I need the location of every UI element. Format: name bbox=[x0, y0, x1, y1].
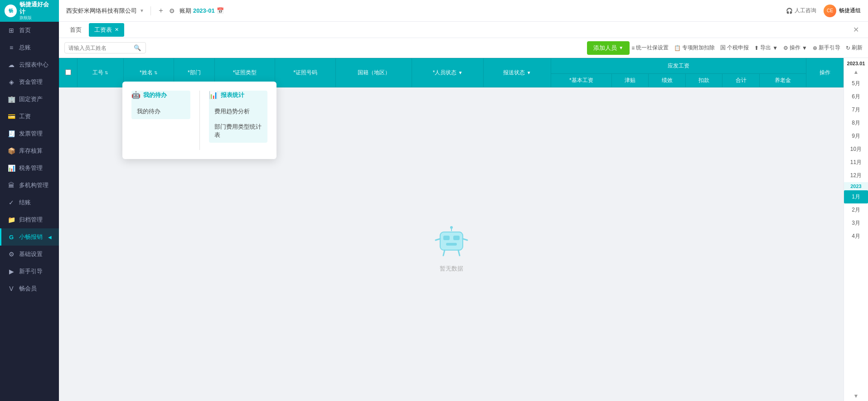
date-item-6[interactable]: 6月 bbox=[844, 90, 868, 103]
sidebar-item-guide[interactable]: ▶ 新手引导 bbox=[0, 263, 59, 280]
fund-icon: ◈ bbox=[7, 78, 15, 86]
tab-bar: 首页 工资表 ✕ ✕ bbox=[59, 22, 868, 38]
date-item-1-active[interactable]: 1月 bbox=[844, 190, 868, 203]
sidebar-item-invoice[interactable]: 🧾 发票管理 bbox=[0, 125, 59, 142]
user-name: 畅捷通组 bbox=[839, 7, 861, 14]
sidebar-item-expense[interactable]: G 小畅报销 ◀ bbox=[0, 228, 59, 246]
social-insurance-btn[interactable]: ≡ 统一社保设置 bbox=[631, 44, 669, 52]
new-guide-icon: ⊕ bbox=[813, 45, 817, 51]
toolbar-actions: ≡ 统一社保设置 📋 专项附加扣除 国 个税申报 ⬆ 导出 ▼ ⚙ 操作 ▼ bbox=[631, 44, 863, 52]
date-item-9[interactable]: 9月 bbox=[844, 130, 868, 143]
asset-icon: 🏢 bbox=[7, 96, 15, 103]
date-item-2[interactable]: 2月 bbox=[844, 203, 868, 217]
chevron-left-icon: ◀ bbox=[48, 235, 52, 240]
panel-item-expense-trend[interactable]: 费用趋势分析 bbox=[209, 104, 268, 119]
col-base-salary: *基本工资 bbox=[551, 74, 612, 87]
user-area[interactable]: CE 畅捷通组 bbox=[824, 5, 861, 17]
sidebar-item-multi-org[interactable]: 🏛 多机构管理 bbox=[0, 177, 59, 194]
empty-state: 暂无数据 bbox=[433, 223, 470, 273]
panel-item-my-todo[interactable]: 我的待办 bbox=[131, 104, 190, 119]
col-allowance: 津贴 bbox=[611, 74, 649, 87]
col-total: 合计 bbox=[723, 74, 760, 87]
svg-line-8 bbox=[443, 250, 445, 256]
tab-home[interactable]: 首页 bbox=[64, 23, 87, 37]
date-item-11[interactable]: 11月 bbox=[844, 156, 868, 169]
svg-rect-1 bbox=[443, 236, 450, 240]
close-all-icon[interactable]: ✕ bbox=[849, 24, 863, 35]
search-input[interactable] bbox=[68, 45, 132, 51]
sidebar-item-asset[interactable]: 🏢 固定资产 bbox=[0, 91, 59, 108]
sidebar-item-inventory[interactable]: 📦 库存核算 bbox=[0, 142, 59, 159]
operations-btn[interactable]: ⚙ 操作 ▼ bbox=[783, 44, 807, 52]
period-display: 账期 2023-01 📅 bbox=[179, 7, 224, 15]
company-name: 西安虾米网络科技有限公司 bbox=[66, 7, 137, 15]
sidebar-item-home[interactable]: ⊞ 首页 bbox=[0, 22, 59, 39]
date-item-3[interactable]: 3月 bbox=[844, 217, 868, 230]
logo: 畅 畅捷通好会计 旗舰版 bbox=[0, 0, 59, 22]
expense-dropdown-panel: 🤖 我的待办 我的待办 📊 报表统计 费用趋势分析 部门费用类型统计表 bbox=[122, 82, 276, 159]
col-deduction: 扣款 bbox=[685, 74, 723, 87]
date-item-5[interactable]: 5月 bbox=[844, 77, 868, 90]
inventory-icon: 📦 bbox=[7, 147, 15, 155]
sidebar-item-salary[interactable]: 💳 工资 bbox=[0, 108, 59, 125]
search-box[interactable]: 🔍 bbox=[64, 42, 146, 53]
special-deduction-btn[interactable]: 📋 专项附加扣除 bbox=[674, 44, 715, 52]
panel-divider bbox=[199, 91, 200, 150]
company-dropdown-arrow: ▼ bbox=[140, 8, 144, 13]
date-item-8[interactable]: 8月 bbox=[844, 116, 868, 130]
calendar-icon[interactable]: 📅 bbox=[217, 7, 224, 14]
tax-report-btn[interactable]: 国 个税申报 bbox=[720, 44, 749, 52]
svg-rect-2 bbox=[453, 236, 460, 240]
svg-point-5 bbox=[450, 226, 453, 229]
col-nationality: 国籍（地区） bbox=[335, 58, 412, 87]
header-checkbox[interactable] bbox=[65, 69, 71, 75]
date-sidebar: 2023.01 ▲ 5月 6月 7月 8月 9月 10月 11月 12月 202… bbox=[844, 58, 868, 401]
panel-col-reports: 📊 报表统计 费用趋势分析 部门费用类型统计表 bbox=[209, 91, 268, 150]
company-selector[interactable]: 西安虾米网络科技有限公司 ▼ bbox=[66, 7, 144, 15]
toolbar: 🔍 添加人员 ▼ ≡ 统一社保设置 📋 专项附加扣除 国 个税申报 ⬆ 导出 ▼ bbox=[59, 38, 868, 58]
svg-rect-0 bbox=[440, 232, 463, 250]
logo-icon: 畅 bbox=[5, 5, 17, 17]
header-right: 🎧 人工咨询 CE 畅捷通组 bbox=[786, 5, 861, 17]
tax-icon: 国 bbox=[720, 44, 726, 52]
tab-close-all-btn[interactable]: ✕ bbox=[849, 25, 863, 34]
sidebar-item-settings[interactable]: ⚙ 基础设置 bbox=[0, 246, 59, 263]
panel-inner: 🤖 我的待办 我的待办 📊 报表统计 费用趋势分析 部门费用类型统计表 bbox=[131, 91, 267, 150]
new-guide-btn[interactable]: ⊕ 新手引导 bbox=[813, 44, 840, 52]
customer-service-btn[interactable]: 🎧 人工咨询 bbox=[786, 7, 816, 14]
todo-icon: 🤖 bbox=[131, 91, 141, 99]
add-person-btn[interactable]: 添加人员 ▼ bbox=[587, 41, 630, 55]
sidebar-item-close[interactable]: ✓ 结账 bbox=[0, 194, 59, 211]
refresh-btn[interactable]: ↻ 刷新 bbox=[846, 44, 863, 52]
name-sort-icon[interactable]: ⇅ bbox=[154, 71, 158, 75]
sidebar-item-tax[interactable]: 📊 税务管理 bbox=[0, 159, 59, 177]
date-item-12[interactable]: 12月 bbox=[844, 169, 868, 182]
report-status-filter-icon[interactable]: ▼ bbox=[527, 70, 531, 75]
person-status-filter-icon[interactable]: ▼ bbox=[458, 70, 463, 75]
sidebar-item-fund[interactable]: ◈ 资金管理 bbox=[0, 73, 59, 91]
col-person-status: *人员状态 ▼ bbox=[412, 58, 484, 87]
add-company-btn[interactable]: ＋ bbox=[157, 6, 165, 15]
salary-icon: 💳 bbox=[7, 113, 15, 120]
sidebar-item-member[interactable]: V 畅会员 bbox=[0, 280, 59, 297]
svg-rect-3 bbox=[446, 243, 457, 246]
col-salary-group: 应发工资 bbox=[551, 58, 806, 74]
tab-close-btn[interactable]: ✕ bbox=[115, 27, 119, 33]
export-dropdown-icon: ▼ bbox=[772, 45, 778, 51]
select-all-checkbox[interactable] bbox=[59, 58, 78, 87]
date-nav-up[interactable]: ▲ bbox=[844, 67, 868, 77]
sidebar-item-cloud-report[interactable]: ☁ 云报表中心 bbox=[0, 56, 59, 73]
sidebar-item-ledger[interactable]: ≡ 总账 bbox=[0, 39, 59, 56]
expense-icon: G bbox=[7, 234, 15, 241]
panel-item-dept-expense[interactable]: 部门费用类型统计表 bbox=[209, 119, 268, 143]
date-item-4[interactable]: 4月 bbox=[844, 230, 868, 243]
date-item-7[interactable]: 7月 bbox=[844, 103, 868, 116]
job-number-sort-icon[interactable]: ⇅ bbox=[105, 71, 108, 75]
company-settings-icon[interactable]: ⚙ bbox=[169, 7, 175, 14]
invoice-icon: 🧾 bbox=[7, 130, 15, 137]
date-item-10[interactable]: 10月 bbox=[844, 143, 868, 156]
sidebar-item-archive[interactable]: 📁 归档管理 bbox=[0, 211, 59, 228]
date-nav-down[interactable]: ▼ bbox=[844, 391, 868, 401]
tab-salary[interactable]: 工资表 ✕ bbox=[89, 23, 124, 37]
export-btn[interactable]: ⬆ 导出 ▼ bbox=[754, 44, 778, 52]
